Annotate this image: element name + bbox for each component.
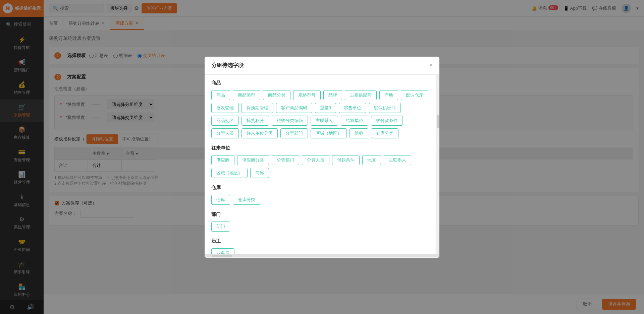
modal-scrollbar[interactable]: [436, 75, 439, 255]
modal-body-wrapper: 商品 商品 商品类型 商品分类 规格型号 品牌 主要供应商 产地 默认仓库 批次…: [205, 75, 439, 255]
field-quyu1[interactable]: 区域（地区）: [311, 128, 347, 138]
field-morencangku[interactable]: 默认仓库: [401, 90, 428, 100]
field-guigexinghao[interactable]: 规格型号: [293, 90, 321, 100]
section-warehouse-title: 仓库: [211, 185, 429, 191]
section-department: 部门 部门: [211, 211, 429, 232]
partner-fields: 供应商 供应商分类 分管部门 分管人员 付款条件 地区 主联系人 区域（地区） …: [211, 155, 429, 178]
section-partner: 往来单位 供应商 供应商分类 分管部门 分管人员 付款条件 地区 主联系人 区域…: [211, 145, 429, 178]
field-kehushangpinbianma[interactable]: 客户商品编码: [276, 103, 312, 113]
field-fengguanbu2[interactable]: 分管部门: [272, 155, 299, 165]
field-shangpinfenlei[interactable]: 商品分类: [263, 90, 290, 100]
field-jianhuo[interactable]: 拣货积分: [241, 116, 269, 126]
department-fields: 部门: [211, 222, 429, 232]
field-zhuliannxiren[interactable]: 主联系人: [311, 116, 338, 126]
field-zhuyaogongyingshang[interactable]: 主要供应商: [345, 90, 377, 100]
employee-fields: 业务员: [211, 248, 429, 255]
field-fengguanrenyuan2[interactable]: 分管人员: [302, 155, 329, 165]
modal-close-button[interactable]: ×: [429, 62, 433, 69]
field-shuishou[interactable]: 税收分类编码: [272, 116, 308, 126]
product-fields: 商品 商品类型 商品分类 规格型号 品牌 主要供应商 产地 默认仓库 批次管理 …: [211, 90, 429, 138]
field-baozhiqiguanli[interactable]: 保质期管理: [241, 103, 273, 113]
field-cangku[interactable]: 仓库: [211, 195, 230, 205]
field-bumen[interactable]: 部门: [211, 222, 230, 232]
warehouse-fields: 仓库 仓库分类: [211, 195, 429, 205]
modal-hscrollbar: [205, 254, 439, 257]
field-fukuantiaojian[interactable]: 付款条件: [332, 155, 360, 165]
field-jiancheng1[interactable]: 简称: [350, 128, 368, 138]
hscroll-thumb: [212, 255, 232, 257]
section-product: 商品 商品 商品类型 商品分类 规格型号 品牌 主要供应商 产地 默认仓库 批次…: [211, 80, 429, 138]
field-lingshoudanwei[interactable]: 零售单位: [339, 103, 366, 113]
field-chandi[interactable]: 产地: [379, 90, 398, 100]
field-gongyingshang[interactable]: 供应商: [211, 155, 234, 165]
field-gongyingshangfenlei[interactable]: 供应商分类: [237, 155, 269, 165]
field-shoufukuantiaojian[interactable]: 收付款条件: [371, 116, 403, 126]
field-fengguanbu[interactable]: 分管部门: [280, 128, 308, 138]
modal-overlay[interactable]: 分组待选字段 × 商品 商品 商品类型 商品分类 规格型号 品牌 主要供应商 产…: [0, 0, 644, 314]
field-quyu2[interactable]: 区域（地区）: [211, 168, 248, 178]
section-partner-title: 往来单位: [211, 145, 429, 151]
field-shangpinbiemeng[interactable]: 商品别名: [211, 116, 239, 126]
field-morengongyingshang[interactable]: 默认供应商: [369, 103, 401, 113]
field-piciciguanli[interactable]: 批次管理: [211, 103, 239, 113]
field-cangkufenlei1[interactable]: 仓库分类: [371, 128, 398, 138]
hscroll-track: [205, 255, 439, 257]
field-wanglaifenlei[interactable]: 往来单位分类: [241, 128, 278, 138]
modal-body: 商品 商品 商品类型 商品分类 规格型号 品牌 主要供应商 产地 默认仓库 批次…: [205, 75, 436, 255]
scroll-thumb: [437, 115, 439, 128]
modal-header: 分组待选字段 ×: [205, 57, 439, 75]
field-fengguanrenyuan[interactable]: 分管人员: [211, 128, 239, 138]
field-cangkufenlei2[interactable]: 仓库分类: [233, 195, 260, 205]
field-jiancheng2[interactable]: 简称: [250, 168, 269, 178]
field-jiesuandanwei[interactable]: 结算单位: [341, 116, 368, 126]
section-product-title: 商品: [211, 80, 429, 86]
section-employee-title: 员工: [211, 238, 429, 244]
field-shangpinleixing[interactable]: 商品类型: [233, 90, 260, 100]
field-select-modal: 分组待选字段 × 商品 商品 商品类型 商品分类 规格型号 品牌 主要供应商 产…: [205, 57, 439, 258]
field-zhuliannxiren2[interactable]: 主联系人: [384, 155, 411, 165]
field-yewuyuan[interactable]: 业务员: [211, 248, 234, 255]
field-pinpai[interactable]: 品牌: [323, 90, 342, 100]
section-department-title: 部门: [211, 211, 429, 217]
field-shangpin[interactable]: 商品: [211, 90, 230, 100]
field-zhongliang3[interactable]: 重量3: [315, 103, 336, 113]
field-diqu[interactable]: 地区: [362, 155, 381, 165]
section-employee: 员工 业务员: [211, 238, 429, 255]
modal-title: 分组待选字段: [211, 62, 244, 69]
section-warehouse: 仓库 仓库 仓库分类: [211, 185, 429, 205]
